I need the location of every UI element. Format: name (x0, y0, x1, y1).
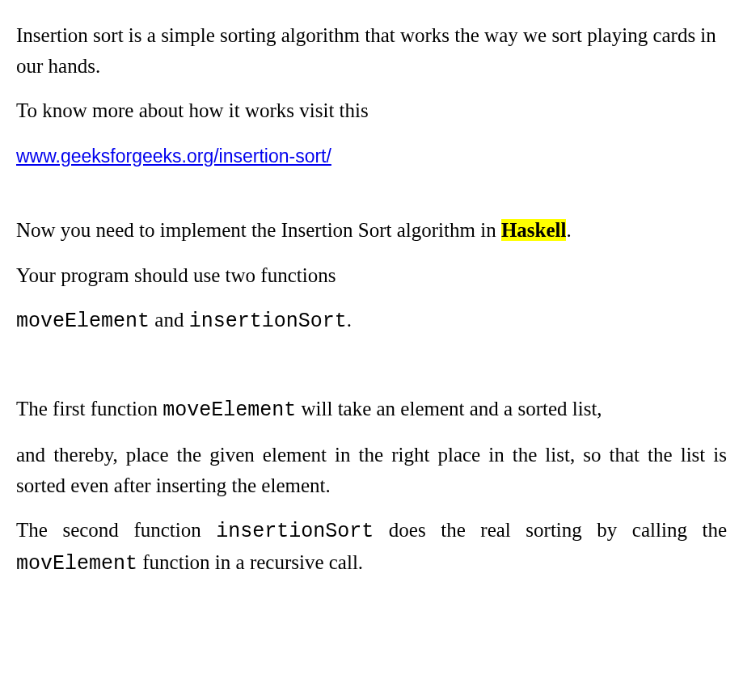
task-text-after: . (566, 219, 571, 241)
paragraph-link-container: www.geeksforgeeks.org/insertion-sort/ (16, 141, 727, 171)
paragraph-task: Now you need to implement the Insertion … (16, 215, 727, 246)
paragraph-second-function: The second function insertionSort does t… (16, 515, 727, 579)
task-text-before: Now you need to implement the Insertion … (16, 219, 501, 241)
text-second-mid: does the real sorting by calling the (374, 519, 727, 541)
code-insertionsort: insertionSort (189, 310, 347, 333)
code-insertionsort-2: insertionSort (216, 520, 374, 543)
code-movelement: movElement (16, 552, 137, 576)
text-second-after: function in a recursive call. (137, 551, 363, 573)
paragraph-first-function: The first function moveElement will take… (16, 394, 727, 426)
code-moveelement-2: moveElement (163, 398, 296, 422)
paragraph-functions-intro: Your program should use two functions (16, 260, 727, 291)
text-second-before: The second function (16, 519, 216, 541)
text-period: . (347, 309, 352, 331)
code-moveelement: moveElement (16, 310, 150, 333)
text-and: and (150, 309, 189, 331)
text-first-before: The first function (16, 398, 163, 420)
reference-link[interactable]: www.geeksforgeeks.org/insertion-sort/ (16, 145, 331, 167)
text-first-after: will take an element and a sorted list, (296, 398, 602, 420)
paragraph-more-info: To know more about how it works visit th… (16, 95, 727, 126)
paragraph-intro: Insertion sort is a simple sorting algor… (16, 20, 727, 81)
highlight-haskell: Haskell (501, 219, 567, 241)
paragraph-thereby: and thereby, place the given element in … (16, 440, 727, 500)
paragraph-function-names: moveElement and insertionSort. (16, 305, 727, 337)
